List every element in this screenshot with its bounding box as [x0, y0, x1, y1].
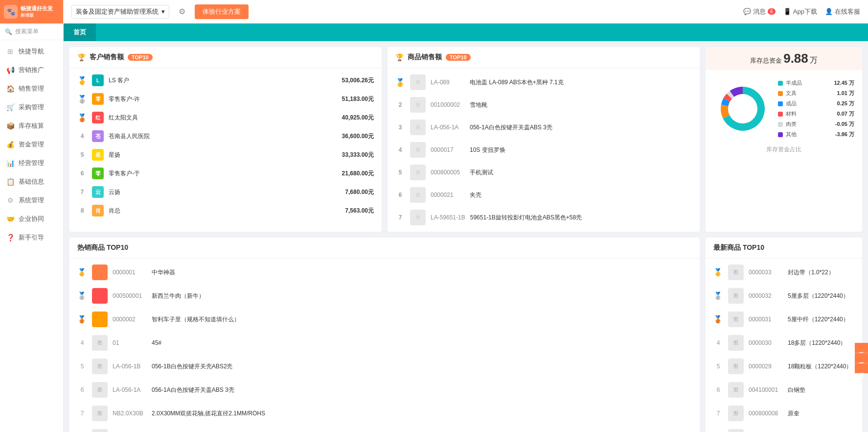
legend-color	[778, 122, 783, 127]
system-name: 装备及固定资产辅助管理系统	[76, 7, 159, 16]
online-service-button[interactable]: 👤 在线客服	[825, 7, 860, 16]
customer-avatar: 云	[92, 186, 104, 198]
rank-number: 7	[713, 410, 723, 417]
product-thumbnail: 图	[728, 406, 744, 421]
product-thumbnail: 图	[728, 288, 744, 304]
product-thumbnail: 图	[92, 406, 108, 421]
customer-name: 苍南县人民医院	[109, 132, 337, 141]
sidebar-item-enterprise[interactable]: 🤝 企业协同	[0, 210, 63, 228]
sidebar-item-label: 库存核算	[19, 121, 44, 130]
sidebar-item-inventory[interactable]: 📦 库存核算	[0, 117, 63, 135]
product-code: 0000033	[749, 269, 783, 276]
customer-amount: 53,006.26元	[342, 76, 374, 85]
customer-name: 零售客户-于	[109, 169, 337, 178]
hot-products-title: 热销商品 TOP10	[77, 243, 128, 252]
product-thumb: 图	[410, 210, 426, 225]
rank-number: 3	[395, 124, 405, 131]
product-thumbnail: 图	[728, 429, 744, 432]
product-ranking-list: 🥇 图 LA-089 电池盖 LA-089 ABS本色+黑种 7.1克 2 图 …	[388, 68, 700, 232]
legend-item: 肉类 -0.05 万	[778, 119, 854, 129]
cs-community-button[interactable]: 服务社区	[855, 353, 868, 363]
sidebar-item-marketing[interactable]: 📢 营销推广	[0, 61, 63, 79]
cs-hotline-button[interactable]: 客服热线	[855, 343, 868, 353]
product-name: 白钢垫	[788, 386, 854, 394]
sidebar-item-operations[interactable]: 📊 经营管理	[0, 154, 63, 172]
rank-number: 7	[77, 410, 87, 417]
new-product-item: 🥈 图 0000032 5厘多层（1220*2440）	[706, 284, 862, 308]
sidebar-item-guide[interactable]: ❓ 新手引导	[0, 228, 63, 247]
customer-avatar: 肖	[92, 205, 104, 216]
rank-number: 5	[77, 151, 87, 158]
new-products-title: 最新商品 TOP10	[713, 243, 764, 252]
sidebar-item-label: 资金管理	[19, 140, 44, 149]
legend-label: 材料	[786, 110, 834, 118]
product-thumb: 图	[410, 120, 426, 135]
product-name: 056-1A白色按键开关盖ABS 3壳	[152, 386, 692, 394]
trophy-icon: 🏆	[77, 53, 86, 61]
trial-button[interactable]: 体验行业方案	[195, 4, 249, 19]
product-code: 01	[113, 339, 147, 346]
product-name: 056-1B白色按键开关壳ABS2壳	[152, 362, 692, 371]
product-code: 0000017	[431, 146, 465, 153]
messages-button[interactable]: 💬 消息 6	[743, 7, 776, 16]
new-products-header: 最新商品 TOP10	[706, 238, 862, 259]
product-name: 10S 变扭罗焕	[470, 146, 692, 154]
rank-number: 6	[77, 170, 87, 177]
customer-ranking-header: 🏆 客户销售额 TOP10	[69, 47, 382, 68]
sidebar-item-sales[interactable]: 🏠 销售管理	[0, 79, 63, 98]
settings-button[interactable]: ⚙	[175, 5, 189, 19]
legend-item: 成品 0.25 万	[778, 98, 854, 109]
rank-number: 7	[395, 214, 405, 221]
medal-icon: 🥉	[77, 113, 87, 122]
product-name: 中华神器	[152, 268, 692, 277]
legend-label: 文具	[786, 90, 834, 97]
product-ranking-item: 7 图 LA-59651-1B 59651-1B旋转投影灯电池盒ABS黑色+58…	[388, 206, 700, 229]
sidebar-item-finance[interactable]: 💰 资金管理	[0, 135, 63, 154]
sidebar-item-system[interactable]: ⚙ 系统管理	[0, 191, 63, 210]
product-ranking-item: 6 图 0000021 夹壳	[388, 184, 700, 206]
tab-home-label: 首页	[73, 28, 86, 37]
product-thumb: 图	[410, 165, 426, 180]
sidebar-item-quick-nav[interactable]: ⊞ 快捷导航	[0, 42, 63, 61]
search-menu[interactable]: 🔍 搜索菜单	[0, 24, 63, 40]
customer-name: 肖总	[109, 207, 340, 215]
medal-icon: 🥈	[77, 95, 87, 104]
product-thumbnail: 图	[92, 429, 108, 432]
sidebar-item-basic[interactable]: 📋 基础信息	[0, 172, 63, 191]
legend-color	[778, 132, 783, 137]
product-code: 001000002	[431, 101, 465, 108]
content: 🏆 客户销售额 TOP10 🥇 L LS 客户 53,006.26元 🥈 零 零…	[64, 41, 868, 432]
product-thumb: 图	[410, 142, 426, 158]
medal-icon: 🥇	[395, 78, 405, 87]
product-ranking-item: 🥇 图 LA-089 电池盖 LA-089 ABS本色+黑种 7.1克	[388, 71, 700, 94]
rank-number: 6	[713, 386, 723, 393]
product-ranking-title: 商品销售额	[408, 53, 442, 62]
marketing-icon: 📢	[6, 66, 15, 74]
customer-avatar: L	[92, 74, 104, 86]
operations-icon: 📊	[6, 159, 15, 168]
basic-icon: 📋	[6, 177, 15, 186]
logo-sub: 标准版	[21, 12, 53, 19]
product-name: 智利车子里（规格不知道填什么）	[152, 315, 692, 324]
sidebar-menu: ⊞ 快捷导航 📢 营销推广 🏠 销售管理 🛒 采购管理 📦 库存核算 💰 资金管…	[0, 40, 63, 432]
medal-icon: 🥇	[77, 268, 87, 277]
product-thumb: 图	[410, 97, 426, 113]
sidebar-item-purchase[interactable]: 🛒 采购管理	[0, 98, 63, 117]
customer-avatar: 红	[92, 112, 104, 123]
legend-value: -0.05 万	[835, 120, 854, 128]
product-thumbnail	[92, 288, 108, 304]
message-badge: 6	[768, 8, 776, 15]
customer-ranking-item: 🥉 红 红太阳文具 40,925.00元	[69, 108, 382, 127]
product-thumbnail	[92, 312, 108, 327]
cs-live-button[interactable]: 直播	[855, 363, 868, 373]
new-product-item: 5 图 0000029 18颗粒板（1220*2440）	[706, 355, 862, 378]
sales-icon: 🏠	[6, 84, 15, 93]
rank-number: 6	[77, 386, 87, 393]
system-selector[interactable]: 装备及固定资产辅助管理系统 ▾	[71, 5, 169, 19]
tab-home[interactable]: 首页	[64, 24, 96, 41]
app-download-button[interactable]: 📱 App下载	[783, 7, 817, 16]
product-name: 18颗粒板（1220*2440）	[788, 362, 854, 371]
product-ranking-header: 🏆 商品销售额 TOP10	[388, 47, 700, 68]
chevron-down-icon: ▾	[161, 8, 165, 15]
legend-label: 肉类	[786, 120, 832, 128]
